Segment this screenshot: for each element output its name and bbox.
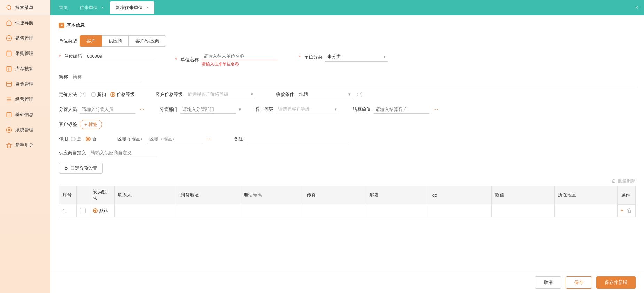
unit-name-group: * 单位名称 请输入往来单位名称 xyxy=(175,52,278,67)
row-wechat[interactable] xyxy=(492,204,555,217)
unit-code-label: 单位编码 xyxy=(64,53,82,59)
short-name-row: 简称 xyxy=(59,73,636,81)
form-content: F 基本信息 单位类型 客户 供应商 客户/供应商 * 单位编码 * xyxy=(50,15,644,272)
customer-level-select[interactable]: 请选择客户等级 ▾ xyxy=(276,105,339,114)
department-input[interactable] xyxy=(180,105,236,114)
pricing-level-radio[interactable]: 价格等级 xyxy=(110,91,135,98)
short-name-input[interactable] xyxy=(71,73,140,81)
row-add-button[interactable]: + xyxy=(621,207,624,214)
table-header-bar: 批量删除 xyxy=(59,178,636,184)
col-default: 设为默认 xyxy=(89,186,115,204)
cancel-button[interactable]: 取消 xyxy=(535,276,561,289)
unit-type-customer-btn[interactable]: 客户 xyxy=(80,35,102,47)
row-phone[interactable] xyxy=(240,204,303,217)
svg-point-2 xyxy=(7,36,12,41)
unit-name-input[interactable] xyxy=(202,52,278,60)
custom-settings-button[interactable]: ⚙ 自定义项设置 xyxy=(59,163,103,174)
row-checkbox[interactable] xyxy=(80,208,86,213)
disabled-no-radio[interactable]: 否 xyxy=(86,136,96,142)
notes-input[interactable] xyxy=(246,135,350,143)
tab-home[interactable]: 首页 xyxy=(53,1,73,14)
inventory-icon xyxy=(6,65,13,72)
settlement-unit-input[interactable] xyxy=(374,105,429,114)
customer-price-level-select[interactable]: 请选择客户价格等级 ▾ xyxy=(186,90,255,99)
row-region[interactable] xyxy=(554,204,617,217)
payment-help-icon[interactable]: ? xyxy=(357,92,362,97)
sidebar-item-guide[interactable]: 新手引导 xyxy=(0,138,50,153)
batch-delete-button[interactable]: 批量删除 xyxy=(611,178,636,184)
sidebar-item-purchase[interactable]: 采购管理 xyxy=(0,46,50,61)
pricing-method-group: 定价方法 ? 折扣 价格等级 xyxy=(59,91,135,98)
row-email[interactable] xyxy=(366,204,429,217)
row-contact[interactable] xyxy=(114,204,177,217)
row-delete-button[interactable]: 🗑 xyxy=(627,207,632,214)
save-button[interactable]: 保存 xyxy=(566,276,592,289)
sidebar: 搜索菜单 快捷导航 销售管理 采购管理 库存核算 资金管理 经营管理 xyxy=(0,0,50,293)
row-fax-input[interactable] xyxy=(307,208,362,213)
tab-new-partner[interactable]: 新增往来单位 × xyxy=(110,1,154,14)
tag-row: 客户标签 + 标签 xyxy=(59,120,636,129)
save-and-new-button[interactable]: 保存并新增 xyxy=(596,276,636,289)
unit-type-supplier-btn[interactable]: 供应商 xyxy=(102,35,129,47)
col-email: 邮箱 xyxy=(366,186,429,204)
customer-level-group: 客户等级 请选择客户等级 ▾ xyxy=(255,105,339,114)
short-name-group: 简称 xyxy=(59,73,140,81)
unit-category-value: 未分类 xyxy=(327,54,384,60)
row-email-input[interactable] xyxy=(369,208,425,213)
sidebar-item-guide-label: 新手引导 xyxy=(15,142,33,148)
tab-partner[interactable]: 往来单位 × xyxy=(74,1,109,14)
disabled-yes-circle xyxy=(71,137,76,141)
col-index: 序号 xyxy=(59,186,77,204)
region-more-btn[interactable]: ··· xyxy=(206,136,213,142)
row-phone-input[interactable] xyxy=(244,208,299,213)
sidebar-item-finance[interactable]: 资金管理 xyxy=(0,76,50,92)
disabled-group: 停用 是 否 xyxy=(59,136,96,142)
pricing-level-circle xyxy=(110,92,115,97)
svg-point-0 xyxy=(7,5,11,9)
tab-new-partner-close[interactable]: × xyxy=(146,5,149,10)
add-tag-button[interactable]: + 标签 xyxy=(80,120,102,129)
unit-category-select[interactable]: 未分类 ▾ xyxy=(325,52,388,62)
sidebar-item-system[interactable]: 系统管理 xyxy=(0,122,50,138)
disabled-yes-radio[interactable]: 是 xyxy=(71,136,81,142)
manager-input[interactable] xyxy=(80,105,135,114)
payment-terms-value: 现结 xyxy=(299,91,348,97)
sidebar-item-quick-nav[interactable]: 快捷导航 xyxy=(0,15,50,31)
row-qq-input[interactable] xyxy=(432,208,488,213)
disabled-yes-label: 是 xyxy=(77,136,81,142)
payment-terms-chevron: ▾ xyxy=(348,92,351,97)
tag-label: 客户标签 xyxy=(59,121,77,128)
region-input[interactable] xyxy=(147,135,203,143)
sidebar-item-inventory[interactable]: 库存核算 xyxy=(0,61,50,76)
col-action: 操作 xyxy=(617,186,635,204)
unit-code-input[interactable] xyxy=(85,52,155,60)
sidebar-item-base-info[interactable]: 基础信息 xyxy=(0,107,50,122)
manager-more-btn[interactable]: ··· xyxy=(138,107,146,112)
supplier-custom-group: 供应商自定义 xyxy=(59,149,158,157)
unit-type-both-btn[interactable]: 客户/供应商 xyxy=(129,35,166,47)
row-wechat-input[interactable] xyxy=(495,208,551,213)
customer-level-label: 客户等级 xyxy=(255,106,273,113)
pricing-discount-radio[interactable]: 折扣 xyxy=(91,91,106,98)
row-default-radio[interactable]: 默认 xyxy=(93,207,111,214)
sidebar-item-sales[interactable]: 销售管理 xyxy=(0,31,50,46)
row-region-input[interactable] xyxy=(558,208,614,213)
row-address-input[interactable] xyxy=(181,208,236,213)
pricing-help-icon[interactable]: ? xyxy=(80,92,85,97)
settlement-unit-group: 结算单位 ··· xyxy=(353,105,439,114)
unit-category-group: * 单位分类 未分类 ▾ xyxy=(299,52,388,62)
row-qq[interactable] xyxy=(429,204,492,217)
tab-close-all-button[interactable]: × xyxy=(633,3,641,12)
sidebar-item-search[interactable]: 搜索菜单 xyxy=(0,0,50,15)
row-fax[interactable] xyxy=(303,204,366,217)
sidebar-item-operations[interactable]: 经营管理 xyxy=(0,92,50,107)
payment-terms-select[interactable]: 现结 ▾ xyxy=(297,90,353,99)
section-title: F 基本信息 xyxy=(59,22,636,29)
row-contact-input[interactable] xyxy=(118,208,174,213)
notes-label: 备注 xyxy=(234,136,243,142)
tab-partner-close[interactable]: × xyxy=(101,5,104,10)
notes-group: 备注 xyxy=(234,135,350,143)
row-address[interactable] xyxy=(177,204,240,217)
settlement-unit-more-btn[interactable]: ··· xyxy=(432,107,439,112)
supplier-custom-input[interactable] xyxy=(89,149,158,157)
